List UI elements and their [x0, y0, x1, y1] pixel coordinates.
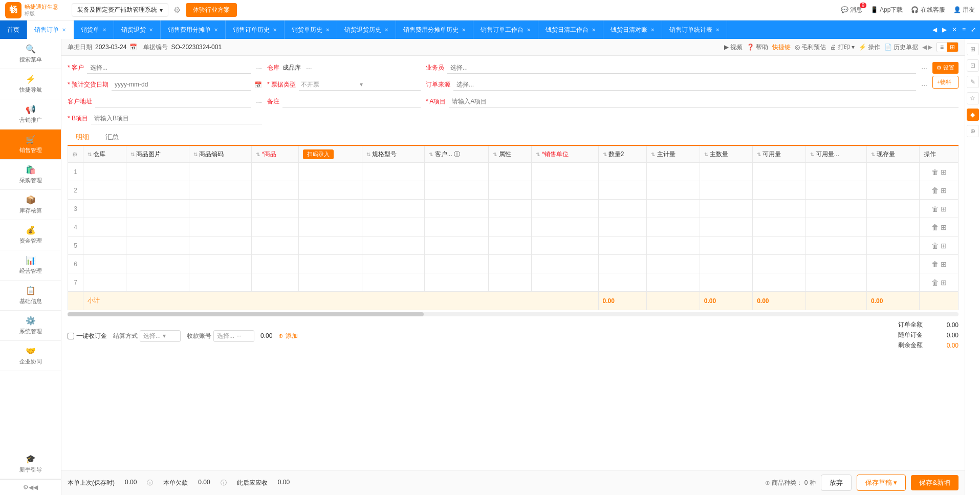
tab-summary[interactable]: 汇总 — [97, 130, 127, 145]
online-service[interactable]: 🎧 在线客服 — [911, 6, 945, 14]
row-1-available[interactable] — [753, 163, 805, 181]
row-2-delete-icon[interactable]: 🗑 — [931, 186, 939, 195]
help-btn[interactable]: ❓ 帮助 — [747, 43, 768, 52]
nav-expand-btn[interactable]: ⤢ — [969, 25, 978, 34]
right-panel-btn-2[interactable]: ⊡ — [967, 59, 979, 72]
sidebar-item-purchase[interactable]: 🛍️ 采购管理 — [0, 160, 61, 190]
row-5-delete-icon[interactable]: 🗑 — [931, 242, 939, 250]
notification-area[interactable]: 💬 9 消息 — [841, 6, 862, 14]
col-settings[interactable]: ⚙ — [68, 146, 83, 163]
settings-btn[interactable]: ⚙ 设置 — [932, 62, 959, 74]
tab-sales-expense[interactable]: 销售费用分摊单 ✕ — [161, 20, 226, 39]
settings-icon[interactable]: ⚙ — [173, 5, 181, 15]
row-1-spec[interactable] — [362, 163, 425, 181]
sidebar-item-basic-info[interactable]: 📋 基础信息 — [0, 281, 61, 311]
delivery-date-input[interactable] — [112, 79, 251, 91]
invoice-type-select[interactable]: 不开票 ▾ — [299, 79, 421, 91]
sidebar-item-operations[interactable]: 📊 经营管理 — [0, 250, 61, 281]
row-1-warehouse[interactable] — [83, 163, 126, 181]
nav-close-btn[interactable]: ✕ — [950, 25, 959, 34]
remark-input[interactable] — [282, 96, 421, 107]
warehouse-more-icon[interactable]: ··· — [306, 64, 312, 72]
row-4-delete-icon[interactable]: 🗑 — [931, 223, 939, 231]
row-1-main-qty[interactable] — [700, 163, 752, 181]
nav-left-btn[interactable]: ◀ — [922, 44, 927, 51]
row-1-product[interactable] — [252, 163, 299, 181]
add-material-btn[interactable]: +物料 — [932, 76, 959, 89]
sidebar-item-finance[interactable]: 💰 资金管理 — [0, 220, 61, 250]
nav-menu-btn[interactable]: ≡ — [960, 25, 968, 34]
row-2-copy-icon[interactable]: ⊞ — [941, 186, 947, 195]
tab-return-history[interactable]: 销货退货历史 ✕ — [337, 20, 396, 39]
nav-prev-btn[interactable]: ◀ — [930, 25, 939, 34]
scrollbar-thumb[interactable] — [68, 312, 424, 316]
row-1-image[interactable] — [126, 163, 189, 181]
row-1-unit[interactable] — [532, 163, 598, 181]
discard-btn[interactable]: 放弃 — [821, 475, 852, 491]
a-project-input[interactable] — [449, 96, 959, 107]
tab-sales-return[interactable]: 销货退货 ✕ — [114, 20, 161, 39]
row-6-copy-icon[interactable]: ⊞ — [941, 260, 947, 268]
tab-daily-reconcile[interactable]: 钱货日清对账 ✕ — [603, 20, 662, 39]
right-panel-btn-4[interactable]: ☆ — [967, 92, 979, 104]
right-panel-btn-1[interactable]: ⊞ — [967, 43, 979, 55]
sidebar-item-enterprise[interactable]: 🤝 企业协同 — [0, 341, 61, 371]
row-1-delete-icon[interactable]: 🗑 — [931, 168, 939, 176]
save-draft-btn[interactable]: 保存草稿 ▾ — [857, 475, 906, 491]
row-7-copy-icon[interactable]: ⊞ — [941, 278, 947, 287]
right-panel-btn-5[interactable]: ◆ — [967, 109, 979, 121]
sidebar-item-guide[interactable]: 🎓 新手引导 — [0, 449, 61, 479]
view-btn[interactable]: ▶ 视频 — [724, 43, 743, 52]
staff-more-icon[interactable]: ··· — [921, 64, 927, 72]
tab-expense-history[interactable]: 销售费用分摊单历史 ✕ — [396, 20, 473, 39]
nav-next-btn[interactable]: ▶ — [940, 25, 949, 34]
calendar2-icon[interactable]: 📅 — [254, 81, 262, 89]
tab-home[interactable]: 首页 — [0, 20, 27, 39]
sidebar-collapse-btn[interactable]: ⚙ ◀◀ — [0, 479, 61, 495]
last-save-info-icon[interactable]: ⓘ — [147, 479, 153, 487]
app-download[interactable]: 📱 App下载 — [870, 6, 903, 14]
row-1-copy-icon[interactable]: ⊞ — [941, 168, 947, 176]
customer-more-icon[interactable]: ··· — [256, 64, 262, 72]
row-3-delete-icon[interactable]: 🗑 — [931, 205, 939, 213]
print-btn[interactable]: 🖨 打印 ▾ — [830, 43, 855, 52]
account-select[interactable]: 选择... ··· — [213, 330, 254, 342]
row-1-customer-code[interactable] — [425, 163, 489, 181]
row-3-copy-icon[interactable]: ⊞ — [941, 205, 947, 213]
one-click-checkbox[interactable] — [68, 333, 74, 339]
tab-sales-order[interactable]: 销售订单 ✕ — [27, 20, 74, 39]
tab-daily-workbench[interactable]: 钱货日清工作台 ✕ — [538, 20, 603, 39]
row-1-current[interactable] — [866, 163, 919, 181]
row-1-qty2[interactable] — [598, 163, 647, 181]
tab-sales-invoice[interactable]: 销货单 ✕ — [74, 20, 114, 39]
industry-btn[interactable]: 体验行业方案 — [186, 3, 237, 17]
horizontal-scrollbar[interactable] — [68, 312, 959, 316]
tab-stats[interactable]: 销售订单统计表 ✕ — [662, 20, 727, 39]
row-1-attr[interactable] — [489, 163, 532, 181]
sidebar-item-inventory[interactable]: 📦 库存核算 — [0, 190, 61, 220]
card-view-btn[interactable]: ⊞ — [947, 42, 958, 52]
tab-detail[interactable]: 明细 — [68, 130, 97, 146]
b-project-input[interactable] — [91, 113, 262, 124]
tab-invoice-history[interactable]: 销货单历史 ✕ — [285, 20, 337, 39]
scan-btn[interactable]: 扫码录入 — [303, 149, 334, 159]
customer-input[interactable] — [87, 62, 251, 74]
staff-input[interactable] — [447, 62, 916, 74]
right-panel-btn-6[interactable]: ⊕ — [967, 125, 979, 137]
one-click-collection[interactable]: 一键收订金 — [68, 332, 107, 340]
row-1-main-measure[interactable] — [647, 163, 700, 181]
row-5-copy-icon[interactable]: ⊞ — [941, 242, 947, 250]
row-1-available2[interactable] — [805, 163, 866, 181]
row-1-code[interactable] — [189, 163, 252, 181]
debt-info-icon[interactable]: ⓘ — [221, 479, 227, 487]
user-menu[interactable]: 👤 用友 — [953, 6, 975, 14]
tab-sales-order-history[interactable]: 销售订单历史 ✕ — [226, 20, 285, 39]
sidebar-item-sales[interactable]: 🛒 销售管理 — [0, 130, 61, 160]
nav-right-btn[interactable]: ▶ — [928, 44, 932, 51]
tab-workbench[interactable]: 销售订单工作台 ✕ — [473, 20, 538, 39]
add-btn[interactable]: ⊕ 添加 — [278, 332, 297, 340]
sidebar-item-search[interactable]: 🔍 搜索菜单 — [0, 39, 61, 69]
order-source-more-icon[interactable]: ··· — [921, 81, 927, 89]
row-6-delete-icon[interactable]: 🗑 — [931, 260, 939, 268]
profit-btn[interactable]: ◎ 毛利预估 — [795, 43, 826, 52]
